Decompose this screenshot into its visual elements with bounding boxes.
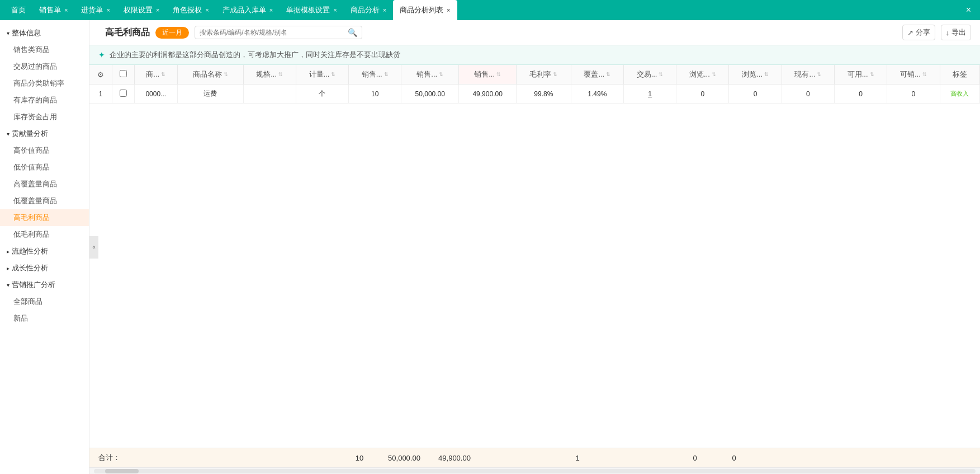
nav-tab-template[interactable]: 单据模板设置 × <box>280 0 343 20</box>
sidebar-item-stock-capital[interactable]: 库存资金占用 <box>0 109 89 125</box>
window-close-button[interactable]: × <box>962 5 976 15</box>
close-tab-purchase[interactable]: × <box>106 7 110 13</box>
col-sales-amount[interactable]: 销售... ⇅ <box>401 65 459 85</box>
close-tab-role[interactable]: × <box>205 7 209 13</box>
sidebar-item-high-coverage[interactable]: 高覆盖量商品 <box>0 176 89 193</box>
footer-transaction: 1 <box>558 454 597 462</box>
export-button[interactable]: ↓ 导出 <box>941 25 972 40</box>
sort-icon-unit: ⇅ <box>331 72 335 77</box>
footer-available: 0 <box>714 454 754 462</box>
col-coverage[interactable]: 覆盖... ⇅ <box>571 65 623 85</box>
sidebar-item-high-margin[interactable]: 高毛利商品 <box>0 209 89 226</box>
col-sales-profit[interactable]: 销售... ⇅ <box>459 65 517 85</box>
nav-tab-permission[interactable]: 权限设置 × <box>117 0 166 20</box>
nav-tab-home[interactable]: 首页 <box>4 0 32 20</box>
sidebar-collapse-button[interactable]: « <box>89 236 98 259</box>
col-tag[interactable]: 标签 <box>940 65 979 85</box>
col-available[interactable]: 可用... ⇅ <box>835 65 887 85</box>
cell-sales-amount: 50,000.00 <box>401 85 459 104</box>
col-sales-count[interactable]: 销售... ⇅ <box>349 65 401 85</box>
tag-label: 高收入 <box>950 90 969 97</box>
sidebar-item-sales-goods[interactable]: 销售类商品 <box>0 41 89 58</box>
sort-icon-sales-amount: ⇅ <box>439 72 443 77</box>
nav-tab-production[interactable]: 产成品入库单 × <box>216 0 280 20</box>
col-code[interactable]: 商... ⇅ <box>134 65 177 85</box>
sort-icon-transaction: ⇅ <box>659 72 663 77</box>
sidebar-group-contribution[interactable]: ▾ 贡献量分析 <box>0 125 89 142</box>
scroll-thumb[interactable] <box>105 469 139 473</box>
sidebar-item-category-rate[interactable]: 商品分类助销率 <box>0 75 89 92</box>
sidebar-group-marketing[interactable]: ▾ 营销推广分析 <box>0 276 89 293</box>
col-margin[interactable]: 毛利率 ⇅ <box>517 65 571 85</box>
sidebar-item-new-goods[interactable]: 新品 <box>0 310 89 327</box>
transaction-link[interactable]: 1 <box>648 90 652 98</box>
footer-sales-count: 10 <box>340 454 379 462</box>
nav-tab-purchase[interactable]: 进货单 × <box>74 0 116 20</box>
footer-current: 0 <box>675 454 714 462</box>
close-tab-sales[interactable]: × <box>64 7 68 13</box>
bottom-scrollbar[interactable] <box>89 467 980 474</box>
table-row: 1 0000... 运费 个 10 50,000.00 49,900.00 99… <box>89 85 980 104</box>
close-tab-production[interactable]: × <box>269 7 273 13</box>
filter-recent-month-button[interactable]: 近一月 <box>155 27 189 39</box>
cell-checkbox[interactable] <box>112 85 134 104</box>
col-checkbox[interactable] <box>112 65 134 85</box>
sort-icon-view2: ⇅ <box>764 72 769 77</box>
sidebar-item-low-value[interactable]: 低价值商品 <box>0 159 89 176</box>
row-checkbox[interactable] <box>120 90 127 97</box>
sidebar-item-stock-goods[interactable]: 有库存的商品 <box>0 92 89 109</box>
close-tab-analysis[interactable]: × <box>383 7 386 13</box>
cell-view1: 0 <box>676 85 729 104</box>
cell-current: 0 <box>782 85 834 104</box>
col-unit[interactable]: 计量... ⇅ <box>296 65 348 85</box>
cell-sellable: 0 <box>887 85 940 104</box>
sidebar-group-overall[interactable]: ▾ 整体信息 <box>0 25 89 41</box>
nav-tab-role[interactable]: 角色授权 × <box>166 0 215 20</box>
table-area: ⚙ 商... ⇅ 商品名称 <box>89 65 980 448</box>
search-input[interactable] <box>200 29 344 36</box>
share-button[interactable]: ↗ 分享 <box>902 25 935 40</box>
page-title: 高毛利商品 <box>105 27 150 39</box>
arrow-down-icon-3: ▾ <box>7 282 10 288</box>
col-view2[interactable]: 浏览... ⇅ <box>729 65 782 85</box>
nav-tab-sales[interactable]: 销售单 × <box>32 0 74 20</box>
sidebar-item-traded-goods[interactable]: 交易过的商品 <box>0 58 89 75</box>
cell-view2: 0 <box>729 85 782 104</box>
arrow-right-icon: ▸ <box>7 248 10 255</box>
footer-sales-profit: 49,900.00 <box>429 454 480 462</box>
sidebar-item-high-value[interactable]: 高价值商品 <box>0 142 89 159</box>
col-sellable[interactable]: 可销... ⇅ <box>887 65 940 85</box>
sidebar-item-low-coverage[interactable]: 低覆盖量商品 <box>0 193 89 209</box>
nav-tab-analysis[interactable]: 商品分析 × <box>344 0 393 20</box>
cell-sales-count: 10 <box>349 85 401 104</box>
col-current[interactable]: 现有... ⇅ <box>782 65 834 85</box>
close-tab-analysis-list[interactable]: × <box>447 7 450 13</box>
col-name[interactable]: 商品名称 ⇅ <box>177 65 243 85</box>
col-spec[interactable]: 规格... ⇅ <box>243 65 296 85</box>
select-all-checkbox[interactable] <box>120 70 127 77</box>
sort-icon-spec: ⇅ <box>278 72 283 77</box>
close-tab-permission[interactable]: × <box>156 7 159 13</box>
nav-tab-analysis-list[interactable]: 商品分析列表 × <box>393 0 457 20</box>
cell-available: 0 <box>835 85 887 104</box>
footer-label: 合计： <box>98 453 132 463</box>
arrow-right-icon-2: ▸ <box>7 265 10 271</box>
sidebar-group-trend[interactable]: ▸ 流趋性分析 <box>0 243 89 260</box>
sidebar-item-low-margin[interactable]: 低毛利商品 <box>0 226 89 243</box>
close-tab-template[interactable]: × <box>333 7 337 13</box>
col-transaction[interactable]: 交易... ⇅ <box>623 65 676 85</box>
sort-icon-sales-count: ⇅ <box>384 72 389 77</box>
sort-icon-sales-profit: ⇅ <box>496 72 501 77</box>
sidebar-item-all-goods[interactable]: 全部商品 <box>0 293 89 310</box>
sort-icon-current: ⇅ <box>817 72 821 77</box>
info-banner: ✦ 企业的主要的利润都是这部分商品创造的，可考虑加大推广，同时关注库存是不要出现… <box>89 45 980 65</box>
cell-code: 0000... <box>134 85 177 104</box>
search-icon[interactable]: 🔍 <box>348 28 357 37</box>
info-icon: ✦ <box>98 50 105 59</box>
content-panel: « 高毛利商品 近一月 🔍 ↗ 分享 ↓ 导出 ✦ 企业的主要的利润都是这部分商… <box>89 20 980 474</box>
sidebar-group-growth[interactable]: ▸ 成长性分析 <box>0 260 89 276</box>
col-view1[interactable]: 浏览... ⇅ <box>676 65 729 85</box>
sort-icon-margin: ⇅ <box>553 72 557 77</box>
col-settings[interactable]: ⚙ <box>89 65 112 85</box>
export-icon: ↓ <box>946 29 950 37</box>
